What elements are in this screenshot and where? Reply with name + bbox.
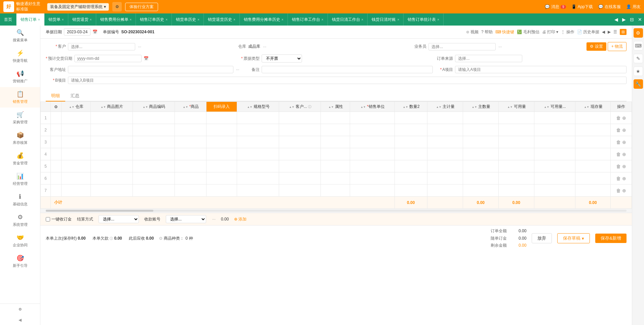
copy-row-2[interactable]: ⊕ [622,127,626,133]
tab-sales-return[interactable]: 销货退货 × [68,13,96,26]
sidebar-item-quicknav[interactable]: ⚡ 快捷导航 [0,46,40,67]
delete-row-1[interactable]: 🗑 [616,115,621,121]
payment-select[interactable]: 选择... [99,215,139,223]
tab-cash-reconcile[interactable]: 钱货日清对账 × [368,13,404,26]
col-code[interactable]: ▲▼ 商品编码 [132,102,175,112]
right-panel-icon-4[interactable]: ★ [634,67,643,76]
col-settings[interactable]: ⚙ [51,102,62,112]
settings-btn[interactable]: ⚙ 设置 [586,42,606,51]
tab-sales-order-history[interactable]: 销售订单历史 × [136,13,172,26]
message-btn[interactable]: 💬 消息 9 [545,4,566,10]
copy-row-6[interactable]: ⊕ [622,176,626,181]
delete-row-5[interactable]: 🗑 [616,164,621,169]
online-service-btn[interactable]: 💬 在线客服 [598,4,621,10]
right-panel-icon-1[interactable]: ⚙ [634,28,643,38]
col-avail2[interactable]: ▲▼ 可用量... [534,102,575,112]
tab-summary[interactable]: 汇总 [65,91,85,101]
sidebar-item-search[interactable]: 🔍 搜索菜单 [0,26,40,46]
delete-row-3[interactable]: 🗑 [616,139,621,145]
tab-sales-expense-history[interactable]: 销售费用分摊单历史 × [240,13,288,26]
nav-expand[interactable]: ⊟ [628,17,636,22]
order-source-input[interactable] [455,55,522,62]
col-main-qty[interactable]: ▲▼ 主数量 [463,102,498,112]
address-more[interactable]: ··· [236,67,239,72]
a-project-input[interactable] [455,66,627,73]
nav-prev-icon[interactable]: ◀ [602,30,605,34]
save-draft-btn[interactable]: 保存草稿 ▾ [557,233,590,243]
delete-row-6[interactable]: 🗑 [616,176,621,181]
col-spec[interactable]: ▲▼ 规格型号 [237,102,279,112]
right-panel-icon-5[interactable]: 🔧 [634,79,643,89]
col-attr[interactable]: ▲▼ 属性 [321,102,350,112]
col-warehouse[interactable]: ▲▼ 仓库 [62,102,91,112]
tab-sales-invoice-history[interactable]: 销货单历史 × [172,13,204,26]
sidebar-item-system[interactable]: ⚙ 系统管理 [0,210,40,231]
horizontal-scrollbar[interactable] [40,209,632,213]
print-btn[interactable]: 🖨 打印 ▾ [542,29,559,35]
user-avatar[interactable]: 👤 用友 [626,4,641,10]
delivery-calendar-icon[interactable]: 📅 [144,56,149,61]
save-draft-arrow[interactable]: ▾ [582,236,584,241]
col-image[interactable]: ▲▼ 商品图片 [90,102,132,112]
copy-row-4[interactable]: ⊕ [622,152,626,157]
date-value[interactable]: 2023-03-24 [64,28,90,36]
b-project-input[interactable] [68,77,627,84]
delete-row-7[interactable]: 🗑 [616,188,621,193]
tab-detail[interactable]: 明细 [46,91,65,101]
scrollbar-thumb[interactable] [46,210,153,212]
col-customer-code[interactable]: ▲▼ 客户... ⓘ [279,102,321,112]
nav-next[interactable]: ▶ [620,17,628,22]
copy-row-5[interactable]: ⊕ [622,164,626,169]
solution-btn[interactable]: 体验行业方案 [125,3,158,11]
sidebar-settings[interactable]: ⚙ [0,304,40,315]
operate-btn[interactable]: ⋮ 操作 [561,29,574,35]
col-main-unit[interactable]: ▲▼ 主计量 [427,102,463,112]
profit-btn[interactable]: 💹 毛利预估 [517,29,539,35]
note-input[interactable] [262,66,433,73]
staff-more[interactable]: ··· [498,44,502,49]
nav-close-all[interactable]: ✕ [636,17,644,22]
sidebar-item-inventory[interactable]: 📦 库存核算 [0,128,40,149]
tab-sales-expense[interactable]: 销售费用分摊单 × [96,13,136,26]
calendar-icon[interactable]: 📅 [92,30,98,34]
help-btn[interactable]: ? 帮助 [481,29,493,35]
address-input[interactable] [68,66,233,73]
sidebar-item-purchase[interactable]: 🛒 采购管理 [0,108,40,128]
nav-prev[interactable]: ◀ [612,17,620,22]
customer-more[interactable]: ··· [138,44,141,49]
account-more[interactable]: ··· [212,217,216,221]
tab-sales-invoice[interactable]: 销货单 × [44,13,68,26]
copy-row-7[interactable]: ⊕ [622,188,626,193]
delete-row-2[interactable]: 🗑 [616,127,621,133]
tab-home[interactable]: 首页 [0,13,16,26]
add-btn[interactable]: ⊕ 添加 [234,216,247,222]
one-click-checkbox-input[interactable] [46,217,50,221]
tab-sales-order[interactable]: 销售订单 × [16,13,44,26]
account-select[interactable]: 选择... [166,215,206,223]
sidebar-item-finance[interactable]: 💰 资金管理 [0,149,40,169]
sidebar-item-collab[interactable]: 🤝 企业协同 [0,231,40,251]
col-product[interactable]: ▲▼ *商品 [175,102,206,112]
settings-icon[interactable]: ⚙ [112,2,122,11]
sidebar-toggle-btn[interactable]: ◀ [0,315,40,325]
sidebar-item-operations[interactable]: 📊 经营管理 [0,169,40,190]
tab-cash-workbench[interactable]: 钱货日清工作台 × [328,13,368,26]
layout-grid-icon[interactable]: ⊞ [620,29,627,35]
copy-row-1[interactable]: ⊕ [622,115,626,121]
warehouse-more[interactable]: ··· [263,44,266,49]
nav-next-icon[interactable]: ▶ [608,30,611,34]
discard-btn[interactable]: 放弃 [532,233,552,243]
col-avail[interactable]: ▲▼ 可用量 [498,102,534,112]
right-panel-icon-3[interactable]: ✎ [634,54,643,63]
tab-sales-workbench[interactable]: 销售订单工作台 × [288,13,328,26]
staff-input[interactable] [428,43,496,50]
right-panel-icon-2[interactable]: ⌨ [634,41,643,50]
sidebar-item-guide[interactable]: 🎯 新手引导 [0,251,40,272]
video-btn[interactable]: ⊙ 视频 [466,29,479,35]
system-title[interactable]: 装备及固定资产辅助管理系统 ▾ [47,3,109,11]
save-new-btn[interactable]: 保存&新增 [595,234,627,243]
sidebar-item-sales[interactable]: 📋 销售管理 [0,87,40,108]
col-qty2[interactable]: ▲▼ 数量2 [394,102,427,112]
shortcut-btn[interactable]: ⌨ 快捷键 [495,29,514,35]
invoice-select[interactable]: 不开票 [262,54,302,63]
